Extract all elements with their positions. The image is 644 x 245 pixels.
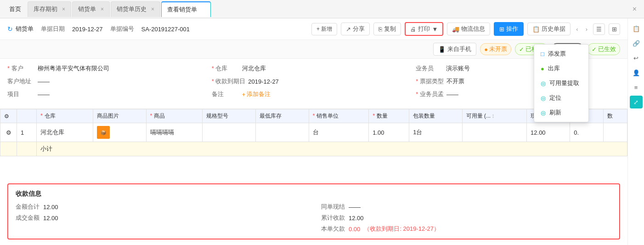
address-label: 客户地址 [7, 77, 35, 85]
tab-check-sales[interactable]: 查看销货单 × [161, 1, 211, 17]
row-product-image: 📦 [93, 123, 146, 142]
sidebar-link-button[interactable]: 🔗 [630, 37, 643, 50]
doc-meta: 单据日期 2019-12-27 单据编号 SA-20191227-001 [41, 25, 190, 33]
sidebar-return-button[interactable]: ↩ [630, 51, 643, 64]
new-button[interactable]: + 新增 [311, 23, 337, 35]
close-tab-history[interactable]: × [151, 6, 154, 12]
locate-icon: ◎ [541, 95, 546, 102]
due-date-field: 收款到期日 2019-12-27 [212, 77, 416, 85]
col-available: 可用量 (...↕ [462, 109, 526, 123]
row-available [462, 123, 526, 142]
dropdown-refresh[interactable]: ◎ 刷新 [534, 105, 588, 120]
verified-icon: ✓ [519, 46, 524, 53]
window-close-button[interactable]: × [629, 3, 640, 15]
nav-prev[interactable]: ‹ [574, 25, 580, 34]
total-amount-value: 12.00 [43, 204, 58, 211]
tab-bar: 首页 库存期初 × 销货单 × 销货单历史 × 查看销货单 × × [0, 0, 644, 18]
sales-person-value: —— [446, 91, 458, 98]
add-note-icon: + [242, 91, 246, 98]
operations-button[interactable]: ⊞ 操作 [494, 22, 524, 36]
col-spec: 规格型号 [203, 109, 256, 123]
share-button[interactable]: ↗ 分享 [341, 23, 370, 35]
doc-type-label: 销货单 [16, 25, 34, 33]
sidebar-list-button[interactable]: ≡ [630, 81, 643, 94]
print-button[interactable]: 🖨 打印 ▼ [405, 22, 443, 36]
copy-icon: ⎘ [378, 26, 382, 33]
phone-icon: 📱 [438, 46, 446, 53]
row-index: 1 [17, 123, 37, 142]
ticket-type-value[interactable]: 不开票 [446, 77, 464, 85]
locate-label: 定位 [549, 94, 561, 102]
tab-label-check: 查看销货单 [167, 6, 197, 14]
tab-home[interactable]: 首页 [4, 2, 27, 16]
dropdown-add-invoice[interactable]: □ 添发票 [534, 46, 588, 61]
sidebar-user-button[interactable]: 👤 [630, 66, 643, 79]
available-qty-label: 可用量提取 [549, 79, 579, 87]
share-label: 分享 [353, 25, 365, 33]
tab-sales-order[interactable]: 销货单 × [72, 1, 110, 17]
user-icon: 👤 [633, 69, 640, 76]
deal-amount-row: 成交金额 12.00 [16, 214, 306, 222]
from-phone-button[interactable]: 📱 来自手机 [433, 43, 476, 56]
view-list-button[interactable]: ☰ [593, 23, 605, 35]
sidebar-expand-button[interactable]: ⤢ [630, 96, 643, 108]
bottom-panel: 收款信息 金额合计 12.00 成交金额 12.00 同单现结 [7, 183, 620, 239]
dropdown-available-qty[interactable]: ◎ 可用量提取 [534, 76, 588, 91]
deal-amount-label: 成交金额 [16, 214, 40, 222]
due-date-value[interactable]: 2019-12-27 [248, 78, 279, 85]
row-quantity: 1.00 [369, 123, 409, 142]
effective-label: 已生效 [598, 45, 616, 53]
bottom-left-col: 金额合计 12.00 成交金额 12.00 [16, 203, 306, 233]
number-label: 单据编号 [110, 25, 134, 33]
logistics-button[interactable]: 🚚 物流信息 [447, 23, 490, 35]
note-field: 备注 + 添加备注 [212, 90, 416, 98]
outbound-icon: ● [541, 65, 544, 72]
dropdown-locate[interactable]: ◎ 定位 [534, 91, 588, 105]
tab-sales-history[interactable]: 销货单历史 × [111, 1, 160, 17]
cumulative-payment-row: 累计收款 12.00 [321, 214, 612, 222]
col-product-image: 商品图片 [93, 109, 146, 123]
row-sales-unit: 台 [309, 123, 369, 142]
same-order-settle-row: 同单现结 —— [321, 203, 612, 211]
doc-type-icon: ↻ [7, 25, 13, 33]
available-qty-icon: ◎ [541, 80, 546, 87]
view-grid-button[interactable]: ⊞ [609, 23, 620, 35]
sidebar-clipboard-button[interactable]: 📋 [630, 22, 643, 35]
cumulative-payment-label: 累计收款 [321, 214, 345, 222]
col-quantity: * 数量 [369, 109, 409, 123]
col-more: 数 [604, 109, 627, 123]
history-label: 历史单据 [542, 25, 565, 33]
add-note-button[interactable]: + 添加备注 [242, 90, 271, 98]
doc-header: ↻ 销货单 单据日期 2019-12-27 单据编号 SA-20191227-0… [0, 18, 627, 40]
warehouse-value[interactable]: 河北仓库 [242, 64, 266, 73]
close-tab-check[interactable]: × [202, 6, 205, 13]
row-product: 嗝嗝嗝嗝 [146, 123, 203, 142]
tab-inventory-init[interactable]: 库存期初 × [28, 1, 71, 17]
col-settings[interactable]: ⚙ [0, 109, 17, 123]
subtotal-index [17, 142, 37, 156]
copy-button[interactable]: ⎘ 复制 [373, 23, 401, 35]
row-current-stock: 12.00 [527, 123, 570, 142]
history-button[interactable]: 📋 历史单据 [527, 23, 571, 35]
col-index [17, 109, 37, 123]
not-open-label: 未开票 [489, 45, 507, 53]
row-settings[interactable]: ⚙ [0, 123, 17, 142]
right-sidebar: 📋 🔗 ↩ 👤 ≡ ⤢ [627, 18, 644, 245]
same-order-settle-value: —— [349, 204, 361, 211]
nav-next[interactable]: › [584, 25, 589, 34]
close-tab-inventory[interactable]: × [62, 6, 65, 12]
deal-amount-value: 12.00 [43, 215, 58, 222]
staff-value: 演示账号 [446, 64, 470, 73]
customer-field: 客户 柳州粤港平安气体有限公司 [7, 64, 212, 73]
dropdown-outbound[interactable]: ● 出库 [534, 61, 588, 76]
col-min-stock: 最低库存 [255, 109, 309, 123]
col-pack-qty: 包装数量 [409, 109, 463, 123]
staff-label: 业务员 [416, 64, 443, 73]
note-label: 备注 [212, 90, 239, 98]
row-gear-icon[interactable]: ⚙ [6, 129, 11, 136]
customer-value[interactable]: 柳州粤港平安气体有限公司 [38, 64, 109, 73]
close-tab-sales[interactable]: × [101, 6, 104, 12]
history-icon: 📋 [532, 26, 540, 33]
truck-icon: 🚚 [452, 26, 459, 33]
address-value: —— [38, 78, 50, 85]
